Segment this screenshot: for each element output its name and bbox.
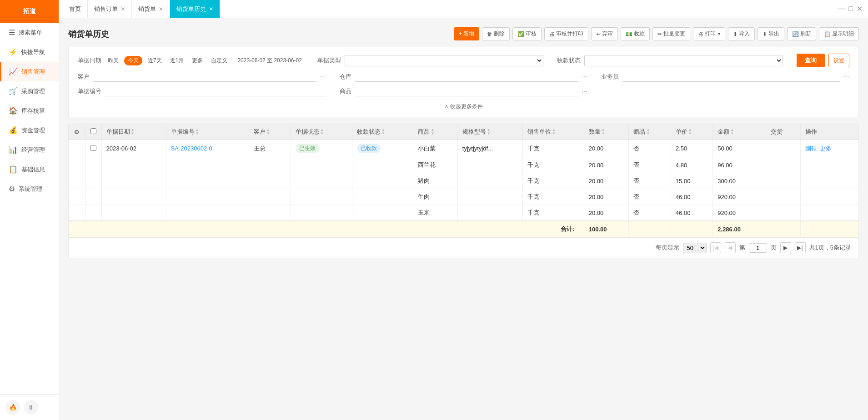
audit-button[interactable]: ✅ 审核 bbox=[512, 27, 542, 40]
print-button[interactable]: 🖨 打印 ▾ bbox=[693, 27, 725, 40]
cell-checkbox[interactable] bbox=[85, 205, 101, 221]
close-btn[interactable]: ✕ bbox=[857, 5, 863, 13]
cell-unit-price: 46.00 bbox=[671, 205, 712, 221]
first-page-btn[interactable]: |◀ bbox=[710, 242, 721, 253]
abandon-button[interactable]: ↩ 弃审 bbox=[591, 27, 618, 40]
export-button[interactable]: ⬇ 导出 bbox=[758, 27, 784, 40]
minimize-btn[interactable]: — bbox=[838, 5, 845, 13]
settings-button[interactable]: 设置 bbox=[828, 54, 849, 67]
cell-doc-status bbox=[291, 189, 352, 205]
cell-transaction bbox=[766, 189, 800, 205]
col-checkbox[interactable] bbox=[85, 124, 101, 140]
goods-dots[interactable]: ··· bbox=[582, 87, 587, 95]
sidebar-item-sales-mgmt[interactable]: 📈 销售管理 bbox=[0, 62, 59, 81]
show-detail-button[interactable]: 📋 显示明细 bbox=[819, 27, 859, 40]
tab-sales-order[interactable]: 销售订单 ✕ bbox=[88, 0, 132, 18]
cell-date bbox=[101, 173, 166, 189]
sidebar-footer-btn1[interactable]: 🔥 bbox=[5, 400, 20, 415]
cell-transaction bbox=[766, 157, 800, 173]
table-header-row: ⚙ 单据日期 ▲▼ 单据编号 ▲▼ bbox=[69, 124, 858, 140]
date-1month[interactable]: 近1月 bbox=[167, 56, 187, 65]
col-spec-type: 规格型号 ▲▼ bbox=[457, 124, 522, 140]
page-size-select[interactable]: 50 100 200 bbox=[683, 243, 707, 253]
doc-type-select[interactable] bbox=[345, 55, 543, 66]
batch-change-button[interactable]: ✏ 批量变更 bbox=[652, 27, 690, 40]
maximize-btn[interactable]: □ bbox=[848, 5, 853, 13]
filter-collapse[interactable]: ∧ 收起更多条件 bbox=[78, 101, 849, 112]
goods-input[interactable] bbox=[355, 86, 578, 96]
query-button[interactable]: 查询 bbox=[797, 54, 825, 67]
tab-sales-delivery[interactable]: 销货单 ✕ bbox=[132, 0, 170, 18]
date-custom[interactable]: 自定义 bbox=[208, 56, 230, 65]
filter-row-1: 单据日期 昨天 今天 近7天 近1月 更多 自定义 2023-06-02 至 2… bbox=[78, 54, 849, 67]
doc-no-input[interactable] bbox=[105, 86, 326, 96]
cell-goods: 小白菜 bbox=[413, 140, 457, 157]
sidebar-logo: 拓道 bbox=[0, 0, 59, 23]
total-info: 共1页，5条记录 bbox=[809, 244, 851, 252]
edit-btn[interactable]: 编辑 bbox=[805, 145, 817, 153]
date-7days[interactable]: 近7天 bbox=[145, 56, 165, 65]
col-settings[interactable]: ⚙ bbox=[69, 124, 85, 140]
prev-page-btn[interactable]: ◀ bbox=[725, 242, 736, 253]
more-btn[interactable]: 更多 bbox=[820, 145, 832, 153]
page-input[interactable] bbox=[749, 243, 767, 253]
base-info-icon: 📋 bbox=[9, 165, 18, 174]
refresh-button[interactable]: 🔄 刷新 bbox=[787, 27, 816, 40]
tab-sales-history[interactable]: 销货单历史 ✕ bbox=[170, 0, 220, 18]
tab-sales-history-close[interactable]: ✕ bbox=[209, 6, 213, 12]
goods-label: 商品 bbox=[340, 87, 351, 95]
cell-checkbox[interactable] bbox=[85, 140, 101, 157]
sidebar-item-label: 搜索菜单 bbox=[19, 29, 42, 37]
tab-sales-order-close[interactable]: ✕ bbox=[120, 6, 125, 12]
sidebar-footer-btn2[interactable]: ⏸ bbox=[24, 400, 38, 415]
cell-spec-type: tyjytjytyjdf... bbox=[457, 140, 522, 157]
customer-dots[interactable]: ··· bbox=[320, 73, 326, 81]
salesperson-input[interactable] bbox=[622, 72, 839, 82]
delete-button[interactable]: 🗑 删除 bbox=[482, 27, 510, 40]
table-row: 牛肉 千克 20.00 否 46.00 920.00 bbox=[69, 189, 858, 205]
warehouse-dots[interactable]: ··· bbox=[582, 73, 587, 81]
audit-print-button[interactable]: 🖨 审核并打印 bbox=[544, 27, 588, 40]
cell-checkbox[interactable] bbox=[85, 189, 101, 205]
cell-checkbox[interactable] bbox=[85, 173, 101, 189]
next-page-btn[interactable]: ▶ bbox=[780, 242, 791, 253]
date-more[interactable]: 更多 bbox=[189, 56, 206, 65]
cell-checkbox[interactable] bbox=[85, 157, 101, 173]
sidebar-item-base-info[interactable]: 📋 基础信息 bbox=[0, 160, 59, 179]
new-button[interactable]: + 新增 bbox=[454, 27, 479, 40]
date-yesterday[interactable]: 昨天 bbox=[105, 56, 121, 65]
import-button[interactable]: ⬆ 导入 bbox=[728, 27, 755, 40]
sidebar-item-label: 采购管理 bbox=[21, 87, 45, 95]
warehouse-input[interactable] bbox=[355, 72, 578, 82]
cell-amount: 920.00 bbox=[713, 205, 766, 221]
col-doc-no: 单据编号 ▲▼ bbox=[166, 124, 249, 140]
cell-payment-status bbox=[352, 157, 413, 173]
receive-button[interactable]: 💵 收款 bbox=[621, 27, 650, 40]
col-date: 单据日期 ▲▼ bbox=[101, 124, 166, 140]
tab-home[interactable]: 首页 bbox=[63, 0, 88, 18]
cell-customer bbox=[249, 189, 291, 205]
cell-gift: 否 bbox=[629, 140, 671, 157]
sidebar-footer: 🔥 ⏸ bbox=[0, 394, 59, 420]
customer-input[interactable] bbox=[93, 72, 316, 82]
tab-sales-delivery-close[interactable]: ✕ bbox=[159, 6, 163, 12]
payment-status-select[interactable] bbox=[584, 55, 783, 66]
sidebar-item-finance[interactable]: 💰 资金管理 bbox=[0, 120, 59, 140]
sidebar-item-purchase-mgmt[interactable]: 🛒 采购管理 bbox=[0, 81, 59, 101]
salesperson-dots[interactable]: ··· bbox=[843, 73, 849, 81]
col-customer: 客户 ▲▼ bbox=[249, 124, 291, 140]
cell-doc-no bbox=[166, 189, 249, 205]
sidebar-item-quick-nav[interactable]: ⚡ 快捷导航 bbox=[0, 42, 59, 62]
cell-doc-status bbox=[291, 157, 352, 173]
sidebar-item-sys-mgmt[interactable]: ⚙ 系统管理 bbox=[0, 179, 59, 199]
date-today[interactable]: 今天 bbox=[124, 56, 142, 65]
last-page-btn[interactable]: ▶| bbox=[795, 242, 806, 253]
sidebar-item-label: 资金管理 bbox=[21, 126, 45, 135]
sidebar-item-label: 库存核算 bbox=[21, 107, 45, 115]
sidebar-item-operations[interactable]: 📊 经营管理 bbox=[0, 140, 59, 160]
sidebar-item-inventory[interactable]: 🏠 库存核算 bbox=[0, 101, 59, 120]
search-menu-icon: ☰ bbox=[9, 28, 15, 37]
sidebar-item-search-menu[interactable]: ☰ 搜索菜单 bbox=[0, 23, 59, 42]
cell-customer: 王总 bbox=[249, 140, 291, 157]
col-sales-unit: 销售单位 ▲▼ bbox=[523, 124, 584, 140]
